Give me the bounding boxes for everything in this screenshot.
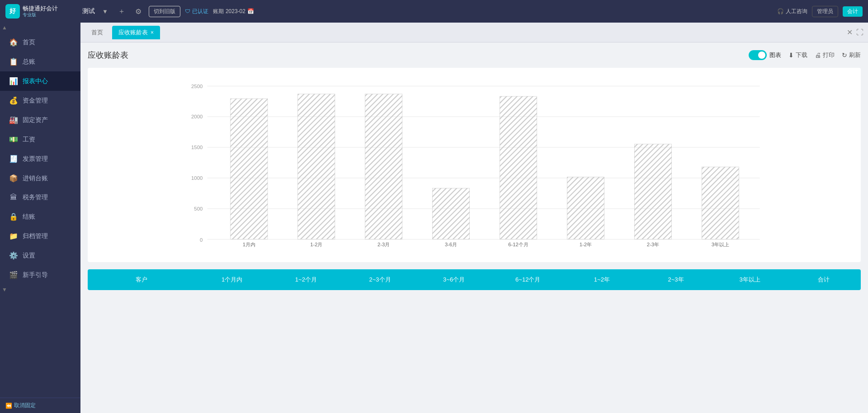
svg-text:3年以上: 3年以上 [712,242,729,247]
sidebar-item-funds[interactable]: 💰 资金管理 [0,91,80,110]
svg-text:6-12个月: 6-12个月 [508,242,528,247]
home-icon: 🏠 [9,38,18,47]
sidebar-item-closing[interactable]: 🔒 结账 [0,207,80,226]
print-btn[interactable]: 🖨 打印 [815,51,835,59]
svg-text:0: 0 [200,237,203,243]
main-layout: ▲ 🏠 首页 📋 总账 📊 报表中心 💰 资金管理 🏭 固定资产 [0,23,868,413]
pin-icon: ⏪ [5,403,12,409]
sidebar-item-home[interactable]: 🏠 首页 [0,33,80,52]
tax-icon: 🏛 [9,193,18,202]
svg-text:1-2年: 1-2年 [580,242,592,247]
svg-text:3-6月: 3-6月 [445,242,457,247]
svg-text:1000: 1000 [191,175,203,181]
header-right: 🎧 人工咨询 管理员 会计 [777,6,863,17]
sidebar-item-payroll[interactable]: 💵 工资 [0,130,80,149]
chart-toggle-switch[interactable] [749,50,767,60]
sidebar-item-inventory[interactable]: 📦 进销台账 [0,169,80,188]
svg-text:2-3月: 2-3月 [377,242,390,247]
logo-icon: 好 [5,4,20,19]
tab-bar: 首页 应收账龄表 × ✕ ⛶ [80,23,868,42]
role-btn[interactable]: 会计 [843,6,863,17]
th-customer: 客户 [88,269,195,290]
bar-chart: 0 500 1000 1500 2000 2500 [97,77,852,249]
tab-bar-right: ✕ ⛶ [847,28,863,37]
user-btn[interactable]: 管理员 [812,6,838,17]
sidebar-item-assets[interactable]: 🏭 固定资产 [0,110,80,130]
company-name: 测试 [82,7,95,15]
sidebar-item-invoice[interactable]: 🧾 发票管理 [0,149,80,169]
archive-icon: 📁 [9,232,18,240]
tab-receivable-aging[interactable]: 应收账龄表 × [112,26,160,39]
page-header: 应收账龄表 图表 ⬇ 下载 🖨 打印 ↻ [88,50,861,61]
svg-text:2500: 2500 [191,84,203,89]
sidebar-scroll-down[interactable]: ▼ [0,285,9,295]
svg-rect-25 [634,144,671,239]
cancel-fixed-btn[interactable]: ⏪ 取消固定 [5,402,36,409]
th-1-2month: 1~2个月 [269,269,343,290]
tab-home[interactable]: 首页 [85,26,109,39]
svg-rect-17 [365,94,402,239]
ledger-icon: 📋 [9,57,18,66]
page-actions: 图表 ⬇ 下载 🖨 打印 ↻ 刷新 [749,50,861,60]
customer-service-btn[interactable]: 🎧 人工咨询 [777,8,807,15]
table-container: 客户 1个月内 1~2个月 2~3个月 3~6个月 6~12个月 1~2年 2~… [88,269,861,290]
logo-area: 好 畅捷通好会计 专业版 [5,4,78,19]
tab-close-btn[interactable]: × [151,29,154,36]
th-3-6month: 3~6个月 [417,269,491,290]
payroll-icon: 💵 [9,135,18,144]
svg-rect-23 [567,177,604,239]
th-3year-plus: 3年以上 [713,269,787,290]
calendar-icon[interactable]: 📅 [247,8,254,14]
chart-toggle-container: 图表 [749,50,781,60]
svg-text:2000: 2000 [191,114,203,119]
logo-text: 畅捷通好会计 专业版 [23,5,58,18]
sidebar-item-archive[interactable]: 📁 归档管理 [0,226,80,246]
settings-sidebar-icon: ⚙️ [9,251,18,260]
funds-icon: 💰 [9,96,18,105]
page-title: 应收账龄表 [88,50,128,61]
refresh-btn[interactable]: ↻ 刷新 [842,51,861,59]
th-1month: 1个月内 [195,269,269,290]
sidebar-item-settings[interactable]: ⚙️ 设置 [0,246,80,265]
inventory-icon: 📦 [9,174,18,183]
svg-text:1-2月: 1-2月 [310,242,322,247]
sidebar-scroll: ▲ 🏠 首页 📋 总账 📊 报表中心 💰 资金管理 🏭 固定资产 [0,23,80,398]
th-total: 合计 [787,269,861,290]
sidebar-item-ledger[interactable]: 📋 总账 [0,52,80,71]
th-6-12month: 6~12个月 [491,269,565,290]
th-2-3month: 2~3个月 [343,269,417,290]
tab-close-window-btn[interactable]: ✕ [847,28,853,37]
print-icon: 🖨 [815,52,821,59]
svg-text:1月内: 1月内 [243,242,255,247]
svg-rect-21 [500,96,537,239]
newbie-icon: 🎬 [9,271,18,279]
chart-toggle-label: 图表 [769,51,781,59]
tab-expand-btn[interactable]: ⛶ [856,28,863,37]
header-middle: 测试 ▼ ＋ ⚙ 切到旧版 🛡 已认证 账期 2023-02 📅 [78,6,777,17]
svg-rect-19 [433,188,470,239]
switch-version-btn[interactable]: 切到旧版 [149,6,180,17]
reports-icon: 📊 [9,77,18,85]
svg-text:500: 500 [194,206,203,211]
svg-text:2-3年: 2-3年 [647,242,659,247]
sidebar-item-reports[interactable]: 📊 报表中心 [0,71,80,91]
svg-rect-13 [231,99,268,239]
period-info: 账期 2023-02 📅 [213,8,254,15]
th-1-2year: 1~2年 [565,269,639,290]
settings-btn[interactable]: ⚙ [132,6,144,17]
sidebar: ▲ 🏠 首页 📋 总账 📊 报表中心 💰 资金管理 🏭 固定资产 [0,23,80,413]
company-dropdown-btn[interactable]: ▼ [99,7,111,16]
page-content: 应收账龄表 图表 ⬇ 下载 🖨 打印 ↻ [80,42,868,413]
svg-rect-15 [298,94,335,239]
refresh-icon: ↻ [842,52,847,59]
sidebar-scroll-up[interactable]: ▲ [0,23,9,33]
invoice-icon: 🧾 [9,155,18,163]
certified-badge: 🛡 已认证 [185,8,208,15]
closing-icon: 🔒 [9,212,18,221]
chart-container: 0 500 1000 1500 2000 2500 [88,68,861,262]
add-btn[interactable]: ＋ [115,6,128,17]
sidebar-item-tax[interactable]: 🏛 税务管理 [0,188,80,207]
download-btn[interactable]: ⬇ 下载 [788,51,807,59]
sidebar-item-newbie[interactable]: 🎬 新手引导 [0,265,80,285]
chart-wrapper: 0 500 1000 1500 2000 2500 [97,77,852,249]
